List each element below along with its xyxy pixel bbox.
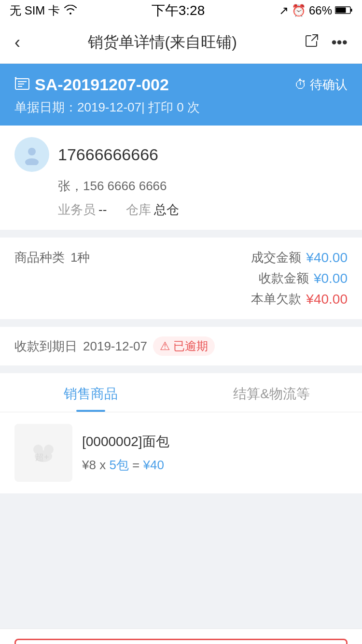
- nav-actions: •••: [304, 33, 348, 52]
- alarm-icon: ⏰: [292, 4, 306, 17]
- owed-value: ¥40.00: [306, 292, 348, 307]
- product-price: ¥8 x 5包 = ¥40: [82, 457, 348, 474]
- warehouse-info: 仓库 总仓: [126, 201, 179, 218]
- amount-value: ¥40.00: [306, 250, 348, 266]
- product-item: 超+ [0000002]面包 ¥8 x 5包 = ¥40: [0, 412, 362, 493]
- confirm-button-wrapper: 旺铺订单确认: [0, 629, 362, 644]
- warehouse-value: 总仓: [154, 201, 179, 218]
- svg-rect-2: [336, 8, 346, 13]
- svg-point-7: [28, 148, 36, 155]
- invoice-icon: [14, 75, 30, 94]
- product-type-label: 商品种类: [14, 249, 65, 266]
- amount-label: 成交金额: [251, 249, 301, 266]
- customer-row: 17666666666: [14, 137, 348, 172]
- svg-rect-1: [351, 9, 352, 12]
- svg-point-8: [25, 158, 39, 165]
- status-bar: 无 SIM 卡 下午3:28 ↗ ⏰ 66%: [0, 0, 362, 21]
- price-text: ¥8 x: [82, 458, 109, 472]
- customer-section: 17666666666 张，156 6666 6666 业务员 -- 仓库 总仓: [0, 126, 362, 230]
- back-button[interactable]: ‹: [14, 32, 20, 53]
- salesperson-info: 业务员 --: [58, 201, 107, 218]
- share-icon[interactable]: [304, 33, 320, 52]
- overdue-badge: ⚠ 已逾期: [153, 336, 215, 356]
- tab-settlement[interactable]: 结算&物流等: [181, 373, 362, 412]
- nav-bar: ‹ 销货单详情(来自旺铺) •••: [0, 21, 362, 64]
- received-row: 收款金额 ¥0.00: [259, 270, 348, 287]
- quantity-text: 5包: [109, 458, 128, 472]
- customer-name: 张，156 6666 6666: [58, 178, 348, 195]
- page-title: 销货单详情(来自旺铺): [88, 32, 237, 53]
- due-date-label: 收款到期日: [14, 338, 77, 355]
- overdue-text: 已逾期: [173, 338, 208, 354]
- order-status: ⏱ 待确认: [294, 76, 348, 93]
- warning-icon: ⚠: [160, 339, 170, 353]
- product-name: [0000002]面包: [82, 433, 348, 451]
- product-section: 超+ [0000002]面包 ¥8 x 5包 = ¥40: [0, 412, 362, 493]
- battery-icon: [335, 4, 352, 17]
- stats-section: 商品种类 1种 成交金额 ¥40.00 收款金额 ¥0.00 本单欠款 ¥40.…: [0, 238, 362, 319]
- more-icon[interactable]: •••: [331, 33, 348, 51]
- customer-phone: 17666666666: [58, 145, 158, 164]
- tab-products[interactable]: 销售商品: [0, 373, 181, 412]
- order-header: SA-20191207-002 ⏱ 待确认 单据日期：2019-12-07| 打…: [0, 64, 362, 126]
- status-left: 无 SIM 卡: [10, 3, 77, 18]
- customer-meta: 业务员 -- 仓库 总仓: [58, 201, 348, 218]
- salesperson-value: --: [98, 202, 107, 217]
- tabs-section: 销售商品 结算&物流等: [0, 373, 362, 412]
- svg-text:超+: 超+: [35, 452, 49, 462]
- due-date-value: 2019-12-07: [83, 339, 147, 354]
- bottom-area: [0, 493, 362, 629]
- amount-row: 成交金额 ¥40.00: [251, 249, 348, 266]
- avatar: [14, 137, 49, 172]
- owed-label: 本单欠款: [251, 291, 301, 308]
- location-icon: ↗: [279, 4, 289, 17]
- due-date-section: 收款到期日 2019-12-07 ⚠ 已逾期: [0, 327, 362, 365]
- product-info: [0000002]面包 ¥8 x 5包 = ¥40: [82, 433, 348, 474]
- received-value: ¥0.00: [314, 271, 348, 286]
- product-type-info: 商品种类 1种: [14, 249, 90, 266]
- salesperson-label: 业务员: [58, 201, 96, 218]
- product-type-value: 1种: [70, 249, 90, 266]
- clock-icon: ⏱: [294, 77, 307, 92]
- status-time: 下午3:28: [152, 1, 205, 20]
- status-right: ↗ ⏰ 66%: [279, 4, 352, 17]
- product-thumbnail: 超+: [14, 424, 72, 482]
- no-sim-text: 无 SIM 卡: [10, 3, 60, 18]
- battery-text: 66%: [309, 4, 332, 17]
- equals-text: =: [129, 458, 143, 472]
- wifi-icon: [64, 4, 77, 17]
- confirm-order-button[interactable]: 旺铺订单确认: [14, 639, 348, 644]
- order-date: 单据日期：2019-12-07| 打印 0 次: [14, 99, 348, 116]
- warehouse-label: 仓库: [126, 201, 151, 218]
- order-id: SA-20191207-002: [14, 75, 169, 94]
- financial-stats: 成交金额 ¥40.00 收款金额 ¥0.00 本单欠款 ¥40.00: [251, 249, 348, 308]
- owed-row: 本单欠款 ¥40.00: [251, 291, 348, 308]
- total-price: ¥40: [143, 458, 164, 472]
- received-label: 收款金额: [259, 270, 309, 287]
